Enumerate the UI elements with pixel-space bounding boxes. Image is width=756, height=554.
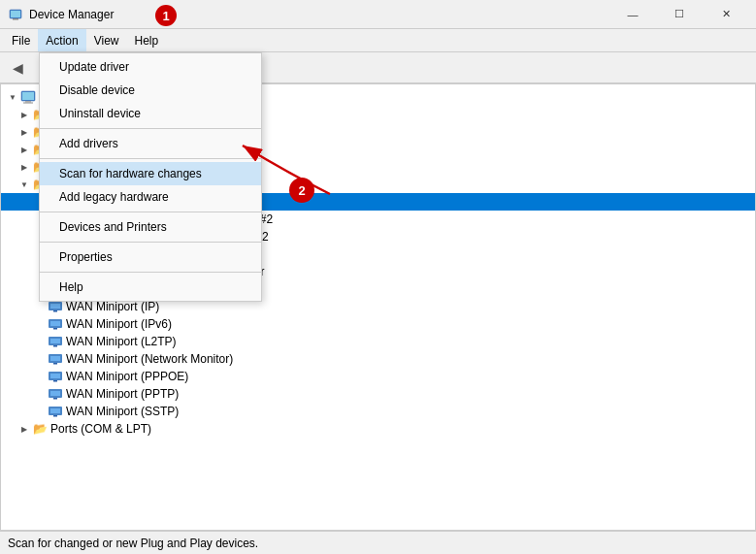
expand-icon: ▶	[16, 142, 32, 157]
tree-adapter-wan-pptp[interactable]: WAN Miniport (PPTP)	[1, 385, 755, 403]
tree-adapter-wan-ipv6[interactable]: WAN Miniport (IPv6)	[1, 315, 755, 333]
maximize-button[interactable]: ☐	[657, 0, 702, 29]
adapter-icon	[48, 369, 63, 384]
ports-category-icon: 📂	[32, 421, 48, 437]
dropdown-separator	[40, 128, 261, 129]
tree-adapter-wan-netmon[interactable]: WAN Miniport (Network Monitor)	[1, 350, 755, 368]
computer-icon	[20, 89, 36, 105]
expand-icon: ▶	[16, 421, 32, 437]
dropdown-add-legacy[interactable]: Add legacy hardware	[40, 185, 261, 209]
svg-rect-32	[50, 339, 60, 343]
tree-adapter-wan-sstp[interactable]: WAN Miniport (SSTP)	[1, 403, 755, 420]
adapter-label: WAN Miniport (PPPOE)	[66, 370, 188, 383]
svg-rect-27	[53, 310, 57, 312]
menu-action[interactable]: Action	[38, 29, 85, 51]
svg-rect-2	[11, 11, 20, 17]
svg-rect-42	[53, 398, 57, 400]
tree-category-ports[interactable]: ▶ 📂 Ports (COM & LPT)	[1, 420, 755, 438]
back-button[interactable]: ◀	[4, 56, 31, 80]
dropdown-add-drivers[interactable]: Add drivers	[40, 132, 261, 155]
ports-category-label: Ports (COM & LPT)	[50, 422, 151, 436]
title-bar: Device Manager — ☐ ✕	[0, 0, 756, 29]
svg-rect-30	[53, 328, 57, 330]
svg-rect-5	[25, 101, 31, 103]
expand-spacer	[32, 404, 48, 419]
adapter-label: WAN Miniport (SSTP)	[66, 405, 179, 418]
adapter-icon	[48, 334, 63, 349]
adapter-label: WAN Miniport (Network Monitor)	[66, 352, 233, 366]
svg-rect-38	[50, 374, 60, 378]
expand-spacer	[32, 316, 48, 332]
svg-rect-29	[50, 321, 60, 326]
menu-bar: File Action View Help	[0, 29, 756, 52]
svg-rect-44	[50, 408, 60, 413]
menu-file[interactable]: File	[4, 29, 38, 51]
dropdown-separator	[40, 272, 261, 273]
dropdown-separator	[40, 158, 261, 159]
status-bar: Scan for changed or new Plug and Play de…	[0, 531, 756, 554]
svg-rect-1	[13, 18, 18, 20]
adapter-icon	[48, 316, 63, 332]
menu-help[interactable]: Help	[127, 29, 167, 51]
dropdown-uninstall-device[interactable]: Uninstall device	[40, 102, 261, 125]
dropdown-update-driver[interactable]: Update driver	[40, 55, 261, 79]
adapter-icon	[48, 351, 63, 367]
tree-adapter-wan-pppoe[interactable]: WAN Miniport (PPPOE)	[1, 368, 755, 385]
action-dropdown: Update driver Disable device Uninstall d…	[39, 52, 262, 302]
svg-rect-39	[53, 380, 57, 382]
window-title: Device Manager	[29, 8, 114, 21]
dropdown-help[interactable]: Help	[40, 276, 261, 299]
adapter-label: WAN Miniport (L2TP)	[66, 335, 177, 348]
expand-icon: ▶	[16, 159, 32, 175]
window-controls: — ☐ ✕	[610, 0, 748, 29]
adapter-icon	[48, 404, 63, 419]
expand-spacer	[32, 369, 48, 384]
adapter-icon	[48, 386, 63, 402]
expand-icon: ▶	[16, 124, 32, 140]
expand-spacer	[32, 334, 48, 349]
app-icon	[8, 7, 23, 22]
adapter-label: WAN Miniport (IPv6)	[66, 317, 172, 331]
svg-rect-4	[22, 92, 34, 100]
expand-icon: ▼	[5, 89, 20, 105]
tree-adapter-wan-l2tp[interactable]: WAN Miniport (L2TP)	[1, 333, 755, 350]
status-text: Scan for changed or new Plug and Play de…	[8, 537, 258, 550]
svg-rect-45	[53, 415, 57, 417]
svg-rect-6	[23, 103, 33, 104]
close-button[interactable]: ✕	[704, 0, 748, 29]
svg-rect-35	[50, 356, 60, 361]
svg-rect-41	[50, 391, 60, 396]
svg-rect-36	[53, 363, 57, 365]
expand-icon: ▼	[16, 177, 32, 192]
menu-view[interactable]: View	[86, 29, 127, 51]
expand-spacer	[32, 351, 48, 367]
svg-rect-33	[53, 345, 57, 347]
adapter-label: WAN Miniport (IP)	[66, 300, 159, 313]
dropdown-disable-device[interactable]: Disable device	[40, 79, 261, 102]
expand-icon: ▶	[16, 107, 32, 122]
dropdown-scan-hardware[interactable]: Scan for hardware changes	[40, 162, 261, 185]
minimize-button[interactable]: —	[610, 0, 655, 29]
dropdown-separator	[40, 242, 261, 243]
dropdown-devices-printers[interactable]: Devices and Printers	[40, 215, 261, 239]
expand-spacer	[32, 386, 48, 402]
svg-rect-26	[50, 304, 60, 309]
dropdown-properties[interactable]: Properties	[40, 245, 261, 269]
adapter-label: WAN Miniport (PPTP)	[66, 387, 179, 401]
dropdown-separator	[40, 212, 261, 212]
